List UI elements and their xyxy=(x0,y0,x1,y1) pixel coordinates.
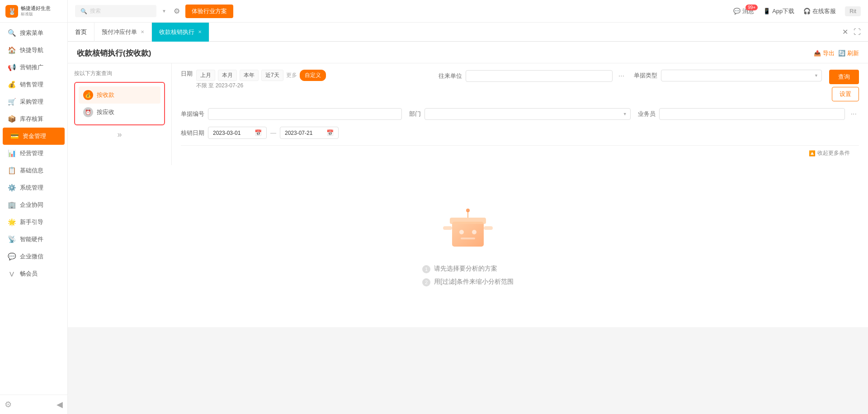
receivable-option-icon: ⏰ xyxy=(83,107,93,117)
tab-prepay[interactable]: 预付冲应付单 ✕ xyxy=(94,23,152,42)
refresh-button[interactable]: 🔄 刷新 xyxy=(838,49,859,57)
guide-icon: 🌟 xyxy=(7,218,16,226)
settings-bottom-icon[interactable]: ⚙ xyxy=(5,400,12,409)
partner-label: 往来单位 xyxy=(439,72,462,80)
export-button[interactable]: 📤 导出 xyxy=(814,49,835,57)
customer-service-button[interactable]: 🎧 在线客服 xyxy=(803,7,836,15)
search-bar[interactable]: 🔍 搜索 xyxy=(75,5,156,17)
dept-filter-field: 部门 xyxy=(409,108,630,120)
sidebar-item-purchase[interactable]: 🛒 采购管理 xyxy=(0,93,67,110)
sidebar-item-inventory[interactable]: 📦 库存核算 xyxy=(0,110,67,128)
date-btn-last-month[interactable]: 上月 xyxy=(196,70,215,81)
writeoff-end-input[interactable]: 2023-07-21 📅 xyxy=(280,127,339,139)
staff-more-icon[interactable]: ··· xyxy=(849,108,859,120)
topbar-gear-icon[interactable]: ⚙ xyxy=(174,7,180,15)
writeoff-start-input[interactable]: 2023-03-01 📅 xyxy=(208,127,267,139)
close-tab-icon[interactable]: ✕ xyxy=(840,26,850,38)
sidebar-item-search[interactable]: 🔍 搜索菜单 xyxy=(0,24,67,42)
step-2-text: 用[过滤]条件来缩小分析范围 xyxy=(434,278,514,286)
export-icon: 📤 xyxy=(814,50,821,57)
app-download-button[interactable]: 📱 App下载 xyxy=(763,7,794,15)
sidebar-label-inventory: 库存核算 xyxy=(20,115,43,123)
topbar-chevron-icon[interactable]: ▼ xyxy=(162,9,166,14)
sidebar-item-system[interactable]: ⚙️ 系统管理 xyxy=(0,179,67,196)
filter-row-2: 单据编号 部门 业务员 ··· xyxy=(181,108,859,120)
expand-tab-icon[interactable]: ⛶ xyxy=(852,26,863,38)
marketing-icon: 📢 xyxy=(7,63,16,71)
scheme-option-receipt[interactable]: 💰 按收款 xyxy=(79,86,160,104)
date-btn-7days[interactable]: 近7天 xyxy=(261,70,283,81)
date-options: 上月 本月 本年 近7天 更多 自定义 xyxy=(196,70,326,81)
sidebar-label-quick-nav: 快捷导航 xyxy=(20,46,43,54)
logo-icon: 🐰 xyxy=(5,5,18,18)
sidebar-item-guide[interactable]: 🌟 新手引导 xyxy=(0,214,67,231)
messages-button[interactable]: 💬 消息 99+ xyxy=(733,7,754,15)
sidebar-item-operation[interactable]: 📊 经营管理 xyxy=(0,145,67,162)
sidebar-item-hardware[interactable]: 📡 智能硬件 xyxy=(0,231,67,248)
sidebar-item-wechat[interactable]: 💬 企业微信 xyxy=(0,248,67,265)
tab-receivable-label: 收款核销执行 xyxy=(159,28,194,36)
service-icon: 🎧 xyxy=(803,8,811,14)
finance-icon: 💳 xyxy=(10,132,19,140)
collapse-chevron-icon: 🔼 xyxy=(809,150,816,157)
close-receivable-tab-icon[interactable]: ✕ xyxy=(198,29,202,34)
scheme-selector: 按以下方案查询 💰 按收款 ⏰ 按应收 » xyxy=(68,63,172,165)
close-prepay-tab-icon[interactable]: ✕ xyxy=(141,29,144,34)
main-area: 🔍 搜索 ▼ ⚙ 体验行业方案 💬 消息 99+ 📱 App下载 🎧 在线客服 … xyxy=(68,0,868,414)
page-title: 收款核销执行(按收款) xyxy=(77,48,151,58)
sidebar-label-marketing: 营销推广 xyxy=(20,63,43,71)
sales-icon: 💰 xyxy=(7,81,16,89)
partner-input[interactable] xyxy=(466,70,612,82)
filter-fields: 日期 上月 本月 本年 近7天 更多 自定义 不限 至 2023-07-26 xyxy=(172,63,868,165)
collapse-more-button[interactable]: 🔼 收起更多条件 xyxy=(181,145,859,159)
scheme-option-receivable[interactable]: ⏰ 按应收 xyxy=(79,104,160,121)
svg-point-6 xyxy=(466,209,470,212)
dept-select[interactable] xyxy=(425,108,630,120)
app-label: App下载 xyxy=(772,7,794,15)
date-btn-custom[interactable]: 自定义 xyxy=(300,70,326,81)
sidebar-label-sales: 销售管理 xyxy=(20,81,43,89)
calendar-end-icon: 📅 xyxy=(326,129,334,136)
date-btn-this-month[interactable]: 本月 xyxy=(218,70,237,81)
search-placeholder: 搜索 xyxy=(90,7,101,15)
sidebar-item-sales[interactable]: 💰 销售管理 xyxy=(0,76,67,93)
bill-type-select[interactable] xyxy=(661,70,822,81)
date-filter-field: 日期 上月 本月 本年 近7天 更多 自定义 不限 至 2023-07-26 xyxy=(181,70,431,90)
refresh-icon: 🔄 xyxy=(838,50,845,57)
sidebar-item-basic-info[interactable]: 📋 基础信息 xyxy=(0,162,67,179)
sidebar-item-marketing[interactable]: 📢 营销推广 xyxy=(0,59,67,76)
date-btn-more[interactable]: 更多 xyxy=(286,71,297,79)
collapse-scheme-icon[interactable]: » xyxy=(74,130,165,139)
sidebar-item-quick-nav[interactable]: 🏠 快捷导航 xyxy=(0,42,67,59)
sidebar-item-enterprise[interactable]: 🏢 企业协同 xyxy=(0,196,67,214)
topbar: 🔍 搜索 ▼ ⚙ 体验行业方案 💬 消息 99+ 📱 App下载 🎧 在线客服 … xyxy=(68,0,868,23)
tab-home[interactable]: 首页 xyxy=(68,23,94,42)
writeoff-start-text: 2023-03-01 xyxy=(213,130,241,136)
empty-step-1: 1 请先选择要分析的方案 xyxy=(422,265,514,273)
page-actions: 📤 导出 🔄 刷新 xyxy=(814,49,859,57)
partner-more-icon[interactable]: ··· xyxy=(616,70,627,82)
user-profile[interactable]: Rit xyxy=(845,6,861,16)
scheme-option-receivable-label: 按应收 xyxy=(97,108,114,116)
partner-filter-field: 往来单位 ··· xyxy=(439,70,627,82)
query-button[interactable]: 查询 xyxy=(829,70,859,84)
staff-label: 业务员 xyxy=(638,110,656,118)
tab-receivable[interactable]: 收款核销执行 ✕ xyxy=(152,23,209,42)
app-logo: 🐰 畅捷通好生意 标准版 xyxy=(0,0,67,23)
empty-state: 1 请先选择要分析的方案 2 用[过滤]条件来缩小分析范围 xyxy=(68,165,868,327)
date-btn-this-year[interactable]: 本年 xyxy=(240,70,259,81)
collapse-sidebar-icon[interactable]: ◀ xyxy=(57,400,63,409)
staff-input[interactable] xyxy=(659,108,845,120)
solution-button[interactable]: 体验行业方案 xyxy=(185,5,233,18)
bill-no-label: 单据编号 xyxy=(181,110,204,118)
svg-rect-1 xyxy=(450,218,486,224)
writeoff-date-field: 核销日期 2023-03-01 📅 — 2023-07-21 📅 xyxy=(181,127,859,139)
empty-step-2: 2 用[过滤]条件来缩小分析范围 xyxy=(422,278,514,286)
sidebar-item-finance[interactable]: 💳 资金管理 xyxy=(3,128,65,145)
sidebar-item-member[interactable]: V 畅会员 xyxy=(0,265,67,282)
bill-no-input[interactable] xyxy=(208,108,402,120)
service-label: 在线客服 xyxy=(812,7,836,15)
collapse-more-label: 收起更多条件 xyxy=(817,149,850,157)
settings-button[interactable]: 设置 xyxy=(832,87,859,101)
empty-svg xyxy=(441,201,495,256)
